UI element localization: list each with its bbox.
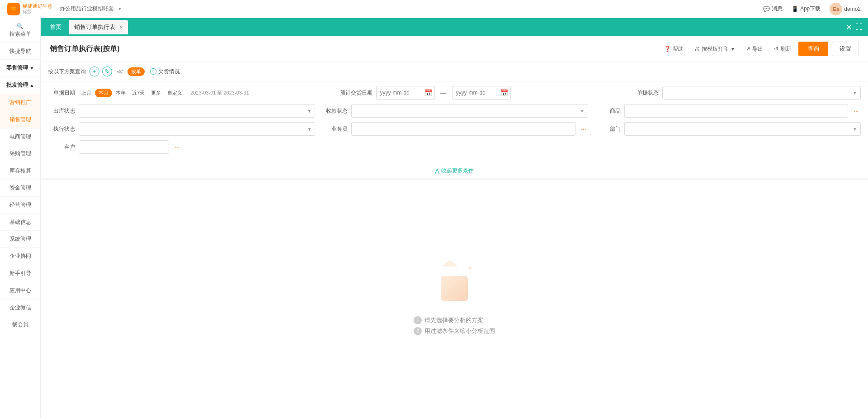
more-date-btn[interactable]: 更多	[148, 89, 164, 97]
sales-order-tab-label: 销售订单执行表	[74, 23, 115, 31]
print-label: 按模板打印	[702, 45, 729, 53]
sidebar-item-retail[interactable]: 零售管理 ▼	[0, 60, 40, 77]
sidebar-item-finance[interactable]: 资金管理	[0, 180, 40, 197]
scheme-circle-item[interactable]: ○ 欠货情况	[147, 67, 183, 76]
collapse-scheme-button[interactable]: ≪	[115, 66, 125, 76]
user-menu-button[interactable]: Ea demo2	[830, 3, 861, 15]
filter-field-salesman: 业务员 ···	[321, 122, 588, 136]
collection-status-label: 收款状态	[321, 107, 348, 115]
content-area: 首页 销售订单执行表 × ✕ ⛶ 销售订单执行表(按单) ❓ 帮助	[41, 18, 868, 418]
search-icon: 🔍	[17, 23, 24, 29]
query-button[interactable]: 查询	[798, 42, 828, 56]
help-button[interactable]: ❓ 帮助	[660, 43, 687, 55]
this-year-btn[interactable]: 本年	[113, 89, 128, 97]
dept-select[interactable]	[624, 122, 861, 136]
top-header: 🧡 畅捷通好生意 标版 办公用品行业模拟账套 ▼ 💬 消息 📱 App下载 Ea…	[0, 0, 868, 18]
message-icon: 💬	[763, 6, 770, 12]
tab-sales-order[interactable]: 销售订单执行表 ×	[69, 20, 128, 34]
window-close-icon[interactable]: ✕	[846, 23, 852, 32]
sidebar-item-basic-info-label: 基础信息	[4, 218, 37, 226]
customer-label: 客户	[48, 143, 75, 151]
circle-icon: ○	[150, 68, 156, 75]
filter-panel: 按以下方案查询 + ✎ ≪ 按单 ○ 欠货情况 单据日期	[41, 62, 868, 178]
calendar-end-icon: 📅	[500, 89, 508, 96]
sidebar-item-members[interactable]: 畅会员	[0, 316, 40, 333]
print-button[interactable]: 🖨 按模板打印 ▼	[691, 43, 739, 55]
sidebar-item-wechat[interactable]: 企业微信	[0, 299, 40, 317]
empty-hint-2: 2 用过滤条件来缩小分析范围	[414, 327, 495, 335]
collapse-label: 收起更多条件	[441, 167, 474, 175]
refresh-button[interactable]: ↺ 刷新	[770, 43, 795, 55]
sidebar-item-marketing[interactable]: 营销推广	[0, 94, 40, 111]
sidebar-item-ecommerce[interactable]: 电商管理	[0, 128, 40, 146]
custom-date-btn[interactable]: 自定义	[165, 89, 185, 97]
tab-home[interactable]: 首页	[44, 20, 67, 34]
date-quick-btns: 上月 本月 本年 近7天 更多 自定义	[79, 89, 185, 97]
tab-close-icon[interactable]: ×	[120, 24, 123, 30]
last7-btn[interactable]: 近7天	[129, 89, 147, 97]
sidebar-item-marketing-label: 营销推广	[4, 99, 37, 106]
sidebar-item-ecommerce-label: 电商管理	[4, 133, 37, 141]
goods-input[interactable]	[624, 104, 849, 118]
collection-status-select-wrapper: ▼	[351, 104, 588, 118]
app-download-button[interactable]: 📱 App下载	[792, 5, 821, 13]
sidebar-item-sales[interactable]: 销售管理	[0, 111, 40, 128]
sidebar-item-members-label: 畅会员	[4, 321, 37, 328]
doc-status-select[interactable]	[662, 86, 861, 100]
expected-date-start-wrapper: 📅	[376, 86, 435, 100]
collapse-bar[interactable]: ⋀ 收起更多条件	[41, 163, 868, 178]
filter-date-label: 单据日期	[48, 89, 75, 97]
add-scheme-button[interactable]: +	[90, 66, 99, 76]
sidebar-item-newbie[interactable]: 新手引导	[0, 265, 40, 282]
sidebar-item-search-label: 搜索菜单	[4, 30, 37, 38]
out-status-select[interactable]	[79, 104, 315, 118]
filter-scheme-label: 按以下方案查询	[48, 68, 86, 76]
sidebar-item-purchase[interactable]: 采购管理	[0, 145, 40, 162]
filter-field-customer: 客户 ···	[48, 140, 316, 154]
window-maximize-icon[interactable]: ⛶	[855, 23, 863, 31]
last-month-btn[interactable]: 上月	[79, 89, 94, 97]
tab-bar-right: ✕ ⛶	[846, 23, 868, 32]
sidebar-item-purchase-label: 采购管理	[4, 150, 37, 157]
download-label: App下载	[800, 5, 821, 13]
exec-status-select[interactable]	[79, 122, 315, 136]
salesman-input[interactable]	[351, 122, 576, 136]
sidebar-item-inventory-label: 库存核算	[4, 167, 37, 175]
this-month-btn[interactable]: 本月	[95, 89, 112, 97]
settings-button[interactable]: 设置	[832, 42, 859, 56]
sidebar-item-basic-info[interactable]: 基础信息	[0, 214, 40, 231]
salesman-more-icon[interactable]: ···	[579, 125, 588, 133]
expected-date-label: 预计交货日期	[340, 89, 373, 97]
date-range-text: 2023-03-01 至 2023-03-31	[190, 90, 249, 96]
help-label: 帮助	[673, 45, 684, 53]
dept-select-wrapper: ▼	[624, 122, 861, 136]
hint-num-1: 1	[414, 316, 422, 324]
header-app-dropdown-icon[interactable]: ▼	[118, 6, 122, 11]
edit-scheme-button[interactable]: ✎	[102, 66, 112, 76]
collection-status-select[interactable]	[351, 104, 588, 118]
collapse-up-icon: ⋀	[435, 168, 439, 174]
home-tab-label: 首页	[50, 23, 61, 31]
active-scheme-badge[interactable]: 按单	[127, 67, 145, 76]
logo-area: 🧡 畅捷通好生意 标版	[7, 3, 52, 15]
sidebar-item-quick-nav[interactable]: 快捷导航	[0, 43, 40, 60]
goods-more-icon[interactable]: ···	[852, 107, 861, 114]
doc-status-select-wrapper: ▼	[662, 86, 861, 100]
out-status-select-wrapper: ▼	[79, 104, 315, 118]
customer-input[interactable]	[79, 140, 169, 154]
sidebar-item-app-center[interactable]: 应用中心	[0, 282, 40, 299]
sidebar-item-inventory[interactable]: 库存核算	[0, 162, 40, 180]
messages-button[interactable]: 💬 消息	[763, 5, 783, 13]
sidebar-item-finance-label: 资金管理	[4, 184, 37, 192]
salesman-label: 业务员	[321, 125, 348, 133]
empty-hint-list: 1 请先选择要分析的方案 2 用过滤条件来缩小分析范围	[414, 316, 495, 338]
sidebar-item-operations[interactable]: 经营管理	[0, 197, 40, 214]
sidebar-item-wholesale[interactable]: 批发管理 ▲	[0, 77, 40, 94]
export-button[interactable]: ↗ 导出	[742, 43, 767, 55]
sidebar-item-search[interactable]: 🔍 搜索菜单	[0, 18, 40, 43]
sidebar-item-enterprise[interactable]: 企业协同	[0, 248, 40, 265]
customer-more-icon[interactable]: ···	[173, 143, 182, 151]
scheme-circle-label: 欠货情况	[158, 68, 180, 76]
sidebar-item-system[interactable]: 系统管理	[0, 231, 40, 248]
wholesale-expand-icon: ▲	[30, 82, 34, 89]
